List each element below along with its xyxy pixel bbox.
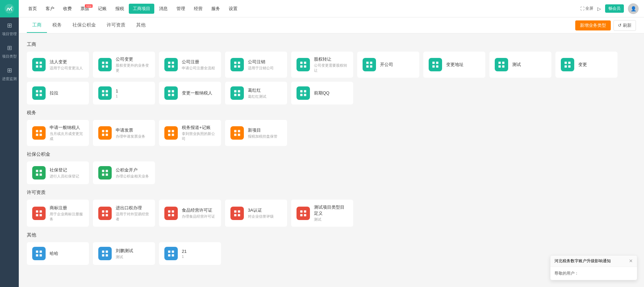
card-test-type[interactable]: 测试项目类型目定义测试 — [291, 200, 353, 227]
vip-button[interactable]: 畅会员 — [605, 4, 624, 13]
card-desc-twentyone: 1 — [182, 255, 186, 259]
sub-tab-shuiwu[interactable]: 税务 — [47, 18, 67, 33]
card-desc-one: 1 — [116, 94, 118, 98]
nav-item-home[interactable]: 首页 — [24, 4, 41, 14]
nav-item-customer[interactable]: 客户 — [42, 4, 58, 14]
card-open-company[interactable]: 开公司 — [357, 52, 419, 78]
svg-rect-17 — [238, 65, 240, 68]
card-apply-invoice[interactable]: 申请发票办理申请发票业务 — [93, 120, 155, 146]
card-equity-transfer[interactable]: 股权转让公司变更需要股权转让 — [291, 52, 353, 78]
card-text-change: 变更 — [578, 62, 587, 68]
card-icon-legal-change — [32, 58, 46, 71]
card-text-change-taxpayer: 变更一般纳税人 — [182, 90, 212, 96]
card-text-one: 11 — [116, 88, 118, 98]
card-name-new-project: 新项目 — [248, 127, 277, 133]
sidebar-item-progress-monitor[interactable]: ⊞ 进度监测 — [0, 62, 19, 85]
svg-rect-66 — [168, 130, 170, 132]
card-tax-report[interactable]: 税务报道+记账拿到营业执照的新公司 — [159, 120, 221, 146]
svg-rect-3 — [40, 62, 42, 64]
section-title-gongshang: 工商 — [27, 42, 636, 48]
card-icon-open-company — [363, 58, 376, 71]
card-company-register[interactable]: 公司注册申请公司注册全流程 — [159, 52, 221, 78]
nav-item-bizproject[interactable]: 工商项目 — [129, 4, 154, 14]
nav-item-invoice[interactable]: 票据new — [76, 4, 93, 14]
nav-item-operation[interactable]: 经营 — [190, 4, 207, 14]
card-change-taxpayer[interactable]: 变更一般纳税人 — [159, 82, 221, 104]
svg-rect-102 — [36, 250, 38, 253]
add-business-type-button[interactable]: 新增业务类型 — [575, 20, 611, 30]
card-trademark[interactable]: 商标注册用于企业商标注册服务 — [27, 200, 89, 227]
svg-rect-64 — [102, 134, 104, 136]
sidebar-item-project-mgmt[interactable]: ⊞ 项目管理 — [0, 17, 19, 40]
notification-popup: 河北税务数字账户升级影响通知 ✕ 尊敬的用户： — [550, 255, 637, 280]
card-icon-apply-invoice — [98, 126, 112, 140]
svg-rect-18 — [300, 62, 303, 64]
card-apply-taxpayer[interactable]: 申请一般纳税人当月或次月成变更完成 — [27, 120, 89, 146]
card-name-social-register: 社保登记 — [50, 167, 79, 173]
card-company-change[interactable]: 公司变更股权变更外的业务变更 — [93, 52, 155, 78]
svg-rect-36 — [565, 65, 567, 68]
card-food-permit[interactable]: 食品经营许可证办理食品经营许可证 — [159, 200, 221, 227]
card-test[interactable]: 测试 — [489, 52, 551, 78]
nav-item-message[interactable]: 消息 — [155, 4, 172, 14]
card-early-qq[interactable]: 前期QQ — [291, 82, 353, 104]
project-mgmt-icon: ⊞ — [5, 21, 14, 30]
section-title-xuke: 许可资质 — [27, 190, 636, 196]
card-one[interactable]: 11 — [93, 82, 155, 104]
sub-tab-other[interactable]: 其他 — [131, 18, 151, 33]
card-icon-trademark — [32, 207, 46, 220]
svg-rect-95 — [238, 210, 240, 213]
card-social-register[interactable]: 社保登记进行人员社保登记 — [27, 161, 89, 184]
nav-item-manage[interactable]: 管理 — [172, 4, 189, 14]
nav-item-billing[interactable]: 收费 — [59, 4, 76, 14]
card-text-legal-change: 法人变更适用于公司变更法人 — [50, 59, 83, 71]
sub-tab-xuke[interactable]: 许可资质 — [101, 18, 131, 33]
card-change[interactable]: 变更 — [555, 52, 618, 78]
card-name-liupeng-test: 刘鹏测试 — [116, 248, 133, 254]
card-twentyone[interactable]: 211 — [159, 242, 221, 265]
card-text-open-company: 开公司 — [380, 62, 393, 68]
card-name-3a-cert: 3A认证 — [248, 207, 274, 213]
nav-item-service[interactable]: 服务 — [207, 4, 224, 14]
card-desc-social-register: 进行人员社保登记 — [50, 174, 79, 179]
card-change-address[interactable]: 变更地址 — [423, 52, 485, 78]
card-new-project[interactable]: 新项目报税加税控盘保管 — [225, 120, 287, 146]
nav-item-accounting[interactable]: 记账 — [94, 4, 111, 14]
card-desc-3a-cert: 对企业信誉评级 — [248, 214, 274, 219]
avatar[interactable]: 👤 — [628, 3, 639, 14]
card-fund-account[interactable]: 公积金开户办理公积金相关业务 — [93, 161, 155, 184]
svg-rect-10 — [168, 62, 170, 64]
card-desc-liupeng-test: 测试 — [116, 255, 133, 260]
notification-close-button[interactable]: ✕ — [629, 258, 633, 264]
card-desc-fund-account: 办理公积金相关业务 — [116, 174, 149, 179]
sub-tab-shebao[interactable]: 社保公积金 — [67, 18, 101, 33]
card-gehonghong[interactable]: 葛红红葛红红测试 — [225, 82, 287, 104]
svg-rect-13 — [172, 65, 174, 68]
fullscreen-btn[interactable]: ⛶ 全屏 — [580, 6, 593, 11]
refresh-button[interactable]: ↺ 刷新 — [613, 20, 636, 31]
svg-rect-15 — [238, 62, 240, 64]
svg-rect-52 — [234, 94, 236, 96]
nav-item-tax[interactable]: 报税 — [111, 4, 128, 14]
card-name-one: 1 — [116, 88, 118, 93]
fullscreen-icon: ⛶ — [580, 6, 584, 11]
nav-item-settings[interactable]: 设置 — [225, 4, 241, 14]
card-haha[interactable]: 哈哈 — [27, 242, 89, 265]
card-liupeng-test[interactable]: 刘鹏测试测试 — [93, 242, 155, 265]
card-3a-cert[interactable]: 3A认证对企业信誉评级 — [225, 200, 287, 227]
card-lala[interactable]: 拉拉 — [27, 82, 89, 104]
sidebar-item-project-type[interactable]: ⊞ 项目类型 — [0, 40, 19, 62]
card-icon-one — [98, 86, 112, 100]
card-text-twentyone: 211 — [182, 249, 186, 259]
card-legal-change[interactable]: 法人变更适用于公司变更法人 — [27, 52, 89, 78]
sidebar-logo[interactable] — [0, 0, 19, 17]
card-icon-food-permit — [164, 207, 178, 220]
svg-rect-40 — [36, 94, 38, 96]
card-company-cancel[interactable]: 公司注销适用于注销公司 — [225, 52, 287, 78]
svg-rect-98 — [300, 210, 303, 213]
svg-rect-103 — [40, 250, 42, 253]
card-import-export[interactable]: 进出口权办理适用于对外贸易经营者 — [93, 200, 155, 227]
sub-tab-gongshang[interactable]: 工商 — [27, 18, 47, 33]
card-name-haha: 哈哈 — [50, 250, 58, 257]
card-icon-import-export — [98, 207, 112, 220]
